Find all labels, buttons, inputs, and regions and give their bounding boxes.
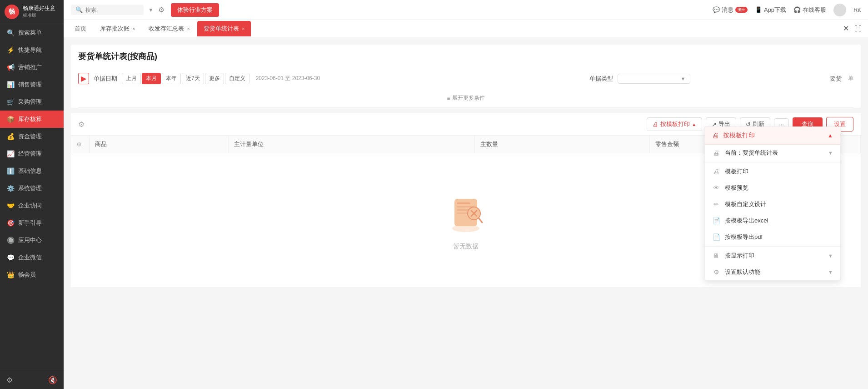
mute-footer-icon[interactable]: 🔇 xyxy=(48,376,57,384)
order-type-select[interactable]: ▼ xyxy=(618,74,690,84)
template-print-dropdown: 🖨 按模板打印 ▲ 🖨 当前：要货单统计表 ▼ 🖨 模板打印 👁 模板预览 xyxy=(704,126,841,281)
sidebar-item-label: 库存核算 xyxy=(18,115,42,123)
dropdown-item-export-pdf[interactable]: 📄 按模板导出pdf xyxy=(705,229,840,245)
sidebar-item-label: 资金管理 xyxy=(18,132,42,141)
sidebar-item-basic[interactable]: ℹ️ 基础信息 xyxy=(0,162,64,180)
template-design-icon: ✏ xyxy=(712,201,720,208)
template-print-button[interactable]: 🖨 按模板打印 ▲ xyxy=(647,117,702,131)
empty-state-text: 暂无数据 xyxy=(453,242,479,251)
tab-home[interactable]: 首页 xyxy=(68,21,93,36)
tab-home-label: 首页 xyxy=(75,25,86,33)
app-download-icon: 📱 xyxy=(755,6,762,13)
dropdown-header[interactable]: 🖨 按模板打印 ▲ xyxy=(705,127,840,145)
dropdown-collapse-icon[interactable]: ▲ xyxy=(828,132,833,139)
dropdown-item-set-default[interactable]: ⚙ 设置默认功能 ▼ xyxy=(705,264,840,280)
sidebar-item-finance[interactable]: 💰 资金管理 xyxy=(0,128,64,145)
export-pdf-icon: 📄 xyxy=(712,233,720,241)
sidebar-item-sales[interactable]: 📊 销售管理 xyxy=(0,76,64,93)
date-btn-custom[interactable]: 自定义 xyxy=(225,73,249,84)
tab-expand-button[interactable]: ⛶ xyxy=(853,23,863,35)
printer-icon: 🖨 xyxy=(653,121,658,128)
svg-rect-2 xyxy=(457,202,470,204)
page-title: 要货单统计表(按商品) xyxy=(78,51,853,62)
tab-close-all-button[interactable]: ✕ xyxy=(841,22,851,35)
tab-receipt-summary-close[interactable]: × xyxy=(187,26,190,31)
date-btn-7days[interactable]: 近7天 xyxy=(182,73,204,84)
tab-inventory-batch[interactable]: 库存批次账 × xyxy=(94,21,141,36)
set-default-left: ⚙ 设置默认功能 xyxy=(712,268,760,276)
topbar-chevron-icon[interactable]: ▼ xyxy=(148,7,154,13)
online-service-action[interactable]: 🎧 在线客服 xyxy=(793,6,826,14)
dropdown-item-template-design[interactable]: ✏ 模板自定义设计 xyxy=(705,196,840,212)
yh-label: 要货 xyxy=(830,75,842,83)
current-template-icon: 🖨 xyxy=(712,149,720,157)
sidebar-logo: 畅 畅康通好生意 标准版 xyxy=(0,0,64,24)
message-icon: 💬 xyxy=(713,6,720,13)
settings-footer-icon[interactable]: ⚙ xyxy=(6,376,13,384)
basic-icon: ℹ️ xyxy=(6,167,15,175)
user-avatar[interactable] xyxy=(833,4,846,16)
tab-inventory-batch-close[interactable]: × xyxy=(132,26,135,31)
topbar-gear-icon[interactable]: ⚙ xyxy=(158,5,165,14)
dropdown-item-current[interactable]: 🖨 当前：要货单统计表 ▼ xyxy=(705,145,840,161)
sidebar-item-marketing[interactable]: 📢 营销推广 xyxy=(0,59,64,76)
expand-more-button[interactable]: ≡ 展开更多条件 xyxy=(441,92,490,104)
message-badge: 99+ xyxy=(735,7,748,13)
search-input[interactable] xyxy=(85,7,140,13)
sidebar-item-quick-nav[interactable]: ⚡ 快捷导航 xyxy=(0,41,64,59)
sidebar-item-label: 采购管理 xyxy=(18,98,42,106)
date-btn-year[interactable]: 本年 xyxy=(162,73,181,84)
sidebar-item-app-center[interactable]: 🔘 应用中心 xyxy=(0,232,64,249)
topbar: 🔍 ▼ ⚙ 体验行业方案 💬 消息 99+ 📱 App下载 🎧 在线客服 Rit xyxy=(64,0,868,20)
set-default-label: 设置默认功能 xyxy=(725,268,760,276)
tabbar-right-actions: ✕ ⛶ xyxy=(841,22,863,35)
sidebar-nav: 🔍 搜索菜单 ⚡ 快捷导航 📢 营销推广 📊 销售管理 🛒 采购管理 📦 库存核… xyxy=(0,24,64,371)
date-btn-prev[interactable]: 上月 xyxy=(122,73,141,84)
page-header: 要货单统计表(按商品) ▶ 单据日期 上月 本月 本年 近7天 更多 自定义 2… xyxy=(71,45,861,108)
app-download-action[interactable]: 📱 App下载 xyxy=(755,6,786,14)
tab-order-stats-close[interactable]: × xyxy=(242,26,244,31)
guide-icon: 🎯 xyxy=(6,219,15,227)
username-label[interactable]: Rit xyxy=(853,6,861,13)
template-design-item-label: 模板自定义设计 xyxy=(725,200,766,208)
dropdown-item-export-excel[interactable]: 📄 按模板导出excel xyxy=(705,212,840,229)
sidebar-item-enterprise-wechat[interactable]: 💬 企业微信 xyxy=(0,249,64,266)
display-print-label: 按显示打印 xyxy=(725,252,754,260)
template-preview-icon: 👁 xyxy=(712,184,720,192)
system-icon: ⚙️ xyxy=(6,185,15,192)
expand-more-icon: ≡ xyxy=(447,95,450,101)
sidebar-item-label: 搜索菜单 xyxy=(18,29,42,37)
search-icon: 🔍 xyxy=(75,6,83,13)
sidebar-item-search[interactable]: 🔍 搜索菜单 xyxy=(0,24,64,41)
date-btn-more[interactable]: 更多 xyxy=(205,73,224,84)
tab-receipt-summary[interactable]: 收发存汇总表 × xyxy=(142,21,196,36)
dropdown-item-template-preview[interactable]: 👁 模板预览 xyxy=(705,180,840,196)
dropdown-title: 按模板打印 xyxy=(723,131,755,140)
sidebar-item-operations[interactable]: 📈 经营管理 xyxy=(0,145,64,162)
topbar-search-box[interactable]: 🔍 xyxy=(71,5,144,15)
date-btn-current[interactable]: 本月 xyxy=(142,73,161,84)
yh-hint: 单 xyxy=(848,75,853,82)
sidebar-item-guide[interactable]: 🎯 新手引导 xyxy=(0,214,64,232)
tab-order-stats[interactable]: 要货单统计表 × xyxy=(197,21,251,36)
filter-expand-icon[interactable]: ▶ xyxy=(78,73,89,84)
experience-industry-button[interactable]: 体验行业方案 xyxy=(171,3,219,17)
date-range-display: 2023-06-01 至 2023-06-30 xyxy=(256,75,320,82)
content-area: 要货单统计表(按商品) ▶ 单据日期 上月 本月 本年 近7天 更多 自定义 2… xyxy=(64,37,868,389)
sidebar-item-system[interactable]: ⚙️ 系统管理 xyxy=(0,180,64,197)
sidebar-item-inventory[interactable]: 📦 库存核算 xyxy=(0,111,64,128)
dropdown-item-template-print[interactable]: 🖨 模板打印 xyxy=(705,163,840,180)
sidebar-item-cooperation[interactable]: 🤝 企业协同 xyxy=(0,197,64,214)
message-action[interactable]: 💬 消息 99+ xyxy=(713,6,748,14)
app-download-label: App下载 xyxy=(764,6,786,14)
operations-icon: 📈 xyxy=(6,150,15,157)
sidebar-item-member[interactable]: 👑 畅会员 xyxy=(0,266,64,283)
marketing-icon: 📢 xyxy=(6,64,15,71)
sales-icon: 📊 xyxy=(6,81,15,88)
current-template-arrow: ▼ xyxy=(828,150,833,156)
table-col-settings-icon[interactable]: ⚙ xyxy=(78,120,85,129)
sidebar-item-purchase[interactable]: 🛒 采购管理 xyxy=(0,93,64,111)
dropdown-item-display-print[interactable]: 🖥 按显示打印 ▼ xyxy=(705,248,840,264)
col-settings-icon[interactable]: ⚙ xyxy=(76,141,82,148)
filter-row: ▶ 单据日期 上月 本月 本年 近7天 更多 自定义 2023-06-01 至 … xyxy=(78,68,853,89)
